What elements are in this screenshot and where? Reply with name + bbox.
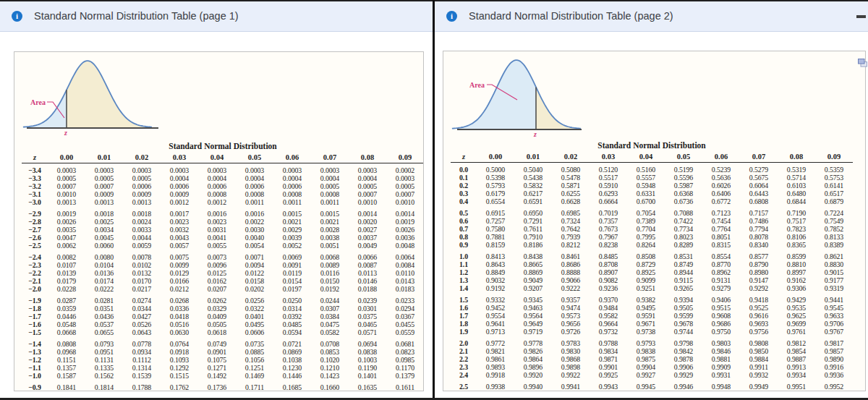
probability-value: 0.7357 — [590, 217, 627, 225]
probability-value: 0.9382 — [627, 296, 665, 304]
probability-value: 0.6293 — [590, 190, 627, 197]
probability-value: 0.0037 — [349, 234, 386, 242]
table-row: −3.30.00050.00050.00050.00040.00040.0004… — [22, 174, 424, 182]
probability-value: 0.0526 — [123, 320, 161, 328]
probability-value: 0.0043 — [161, 234, 198, 242]
probability-value: 0.0694 — [349, 340, 386, 348]
probability-value: 0.9808 — [740, 339, 778, 347]
probability-value: 0.0548 — [48, 320, 85, 328]
probability-value: 0.0485 — [273, 320, 311, 328]
probability-value: 0.7291 — [514, 217, 552, 225]
probability-value: 0.9936 — [815, 371, 853, 379]
probability-value: 0.0035 — [48, 226, 85, 234]
probability-value: 0.9131 — [702, 276, 740, 284]
z-value: −1.7 — [22, 312, 48, 320]
probability-value: 0.0068 — [311, 253, 349, 261]
probability-value: 0.0028 — [311, 226, 349, 234]
probability-value: 0.0071 — [236, 253, 273, 261]
probability-value: 0.9719 — [514, 328, 552, 336]
probability-value: 0.1423 — [311, 372, 349, 380]
probability-value: 0.9686 — [702, 320, 740, 328]
probability-value: 0.9861 — [477, 355, 514, 363]
z-value: 1.9 — [451, 328, 477, 336]
probability-value: 0.6700 — [627, 197, 665, 205]
probability-value: 0.9864 — [514, 355, 552, 363]
probability-value: 0.0073 — [198, 253, 236, 261]
probability-value: 0.9767 — [815, 328, 853, 336]
probability-value: 0.0869 — [273, 348, 311, 356]
probability-value: 0.9463 — [514, 304, 552, 312]
probability-value: 0.5239 — [702, 166, 740, 174]
probability-value: 0.7454 — [702, 217, 740, 225]
probability-value: 0.9803 — [702, 339, 740, 347]
column-header: 0.03 — [590, 153, 627, 161]
z-value: 1.3 — [451, 276, 477, 284]
probability-value: 0.0004 — [273, 174, 311, 182]
probability-value: 0.0003 — [198, 166, 236, 174]
column-header: 0.07 — [311, 153, 349, 161]
probability-value: 0.9868 — [552, 355, 590, 363]
probability-value: 0.9319 — [815, 284, 853, 292]
z-value: 2.3 — [451, 363, 477, 371]
probability-value: 0.0007 — [85, 182, 123, 190]
probability-value: 0.6808 — [740, 197, 778, 205]
probability-value: 0.8810 — [778, 260, 815, 268]
probability-value: 0.0197 — [273, 285, 311, 293]
table-row: 2.20.98610.98640.98680.98710.98750.98780… — [451, 355, 853, 363]
probability-value: 0.0418 — [161, 312, 198, 320]
probability-value: 0.7939 — [552, 233, 590, 241]
probability-value: 0.5636 — [702, 174, 740, 182]
table-row: 0.40.65540.65910.66280.66640.67000.67360… — [451, 197, 853, 205]
z-value: −2.8 — [22, 218, 48, 226]
probability-value: 0.0003 — [48, 166, 85, 174]
probability-value: 0.8554 — [702, 252, 740, 260]
probability-value: 0.8438 — [514, 252, 552, 260]
minimize-icon[interactable] — [856, 15, 866, 18]
probability-value: 0.9495 — [627, 304, 665, 312]
z-value: 0.3 — [451, 190, 477, 197]
probability-value: 0.6368 — [665, 190, 702, 197]
probability-value: 0.9641 — [477, 320, 514, 328]
probability-value: 0.0233 — [386, 297, 424, 305]
probability-value: 0.0003 — [349, 166, 386, 174]
probability-value: 0.0010 — [386, 198, 424, 206]
table-row: −2.10.01790.01740.01700.01660.01620.0158… — [22, 277, 424, 285]
z-value: 0.9 — [451, 241, 477, 249]
probability-value: 0.0014 — [349, 210, 386, 218]
table-row: −1.70.04460.04360.04270.04180.04090.0401… — [22, 312, 424, 320]
table-row: −1.00.15870.15620.15390.15150.14920.1469… — [22, 372, 424, 380]
probability-value: 0.0055 — [198, 242, 236, 250]
probability-value: 0.1075 — [198, 356, 236, 364]
table-row: 0.30.61790.62170.62550.62930.63310.63680… — [451, 190, 853, 197]
probability-value: 0.9948 — [702, 383, 740, 391]
probability-value: 0.8078 — [740, 233, 778, 241]
probability-value: 0.0256 — [236, 297, 273, 305]
probability-value: 0.9693 — [740, 320, 778, 328]
probability-value: 0.1660 — [311, 383, 349, 391]
probability-value: 0.6141 — [815, 182, 853, 190]
probability-value: 0.9032 — [477, 276, 514, 284]
open-in-window-icon[interactable] — [857, 58, 868, 69]
probability-value: 0.6406 — [702, 190, 740, 197]
probability-value: 0.9904 — [627, 363, 665, 371]
probability-value: 0.9838 — [627, 347, 665, 355]
probability-value: 0.0045 — [85, 234, 123, 242]
z-value: 2.1 — [451, 347, 477, 355]
probability-value: 0.0008 — [273, 190, 311, 198]
probability-value: 0.9916 — [815, 363, 853, 371]
probability-value: 0.8186 — [514, 241, 552, 249]
probability-value: 0.1685 — [273, 383, 311, 391]
probability-value: 0.0158 — [236, 277, 273, 285]
info-icon[interactable]: i — [446, 11, 457, 22]
probability-value: 0.0089 — [311, 261, 349, 269]
probability-value: 0.9591 — [627, 312, 665, 320]
probability-value: 0.0122 — [236, 269, 273, 277]
probability-value: 0.0019 — [386, 218, 424, 226]
probability-value: 0.0004 — [311, 174, 349, 182]
probability-value: 0.0080 — [85, 253, 123, 261]
probability-value: 0.9887 — [778, 355, 815, 363]
probability-value: 0.0078 — [123, 253, 161, 261]
info-icon[interactable]: i — [12, 11, 22, 22]
probability-value: 0.1314 — [123, 364, 161, 372]
table-row: −2.30.01070.01040.01020.00990.00960.0094… — [22, 261, 424, 269]
